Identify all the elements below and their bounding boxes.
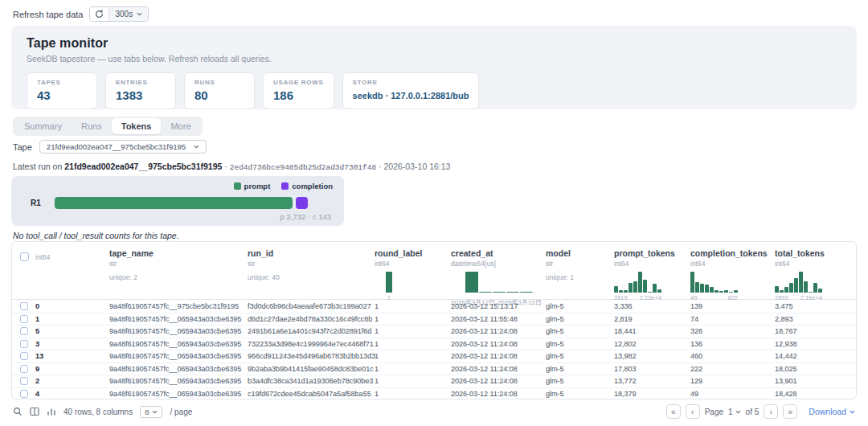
prompt-token-bar[interactable] [55,197,293,209]
next-page-button[interactable]: › [764,404,778,419]
cell-round-label: 1 [375,315,451,323]
last-page-button[interactable]: » [783,404,797,419]
column-unique-count: unique: 40 [248,273,375,281]
cell-created-at: 2026-03-12 11:24:08 [451,390,546,398]
search-button[interactable] [13,407,23,416]
cell-created-at: 2026-03-12 11:24:08 [451,340,546,348]
table-row: 59a48f619057457fc__065943a03cbe63952491b… [12,325,856,338]
table-row: 19a48f619057457fc__065943a03cbe6395d6d1c… [12,313,856,326]
table-footer: 40 rows, 8 columns 8 / page « ‹ Page 1 o… [0,401,868,422]
column-header-tape_name: tape_namestrunique: 2 [109,248,248,307]
completion-token-bar[interactable] [296,197,308,209]
column-header-select: int64 [20,248,109,307]
cell-prompt-tokens: 2,819 [614,315,690,323]
page-select[interactable]: 1 [728,408,741,416]
tape-select[interactable]: 21fd9ead002ea047__975cbe5bc31f9195 [39,140,207,154]
cell-index: 9 [35,365,39,373]
stat-label: ENTRIES [116,79,166,86]
histogram-min-label: 2819 [614,294,628,301]
histogram-bar [493,292,506,293]
columns-panel-button[interactable] [30,407,39,416]
histogram-bar [780,290,784,293]
histogram-bar [648,292,652,293]
column-histogram: 49822 [690,272,738,301]
stat-value: 1383 [116,88,166,102]
download-button[interactable]: Download [809,407,855,416]
histogram-axis: 49822 [690,294,738,301]
histogram-axis: 28932.16e+4 [775,294,822,301]
column-name: round_label [375,248,451,258]
cell-total-tokens: 18,428 [775,390,848,398]
histogram-bar [695,282,699,293]
page-size-select[interactable]: 8 [140,406,162,418]
row-checkbox[interactable] [20,390,28,398]
refresh-button[interactable] [90,7,109,21]
cell-prompt-tokens: 13,772 [614,377,690,385]
page-label: Page [705,408,723,416]
row-checkbox[interactable] [20,302,28,310]
cell-prompt-tokens: 17,803 [614,365,690,373]
column-type: datetime64[us] [451,260,546,268]
page-of-label: of 5 [746,408,760,416]
prev-page-button[interactable]: ‹ [686,404,700,419]
latest-run-timestamp: 2026-03-10 16:13 [384,162,451,171]
run-bar-caption: p 2,732 · c 143 [280,212,331,221]
stat-card-store: STOREseekdb · 127.0.0.1:2881/bub [342,72,480,109]
chart-view-button[interactable] [47,407,56,416]
histogram-min-label: 2893 [775,294,788,301]
histogram-bar [705,285,709,293]
tab-runs[interactable]: Runs [72,118,112,134]
column-header-run_id: run_idstrunique: 40 [248,248,375,307]
cell-prompt-tokens: 13,982 [614,352,690,360]
row-select-cell: 4 [20,390,109,398]
bar-chart-icon [47,407,56,416]
histogram-bar [479,292,492,293]
column-header-completion_tokens: completion_tokensint6449822 [690,248,775,307]
table-row: 09a48f619057457fc__975cbe5bc31f9195f3d0d… [12,300,856,313]
runs-table: int64tape_namestrunique: 2run_idstruniqu… [11,241,857,399]
row-checkbox[interactable] [20,327,28,335]
pagination: « ‹ Page 1 of 5 › » Download [666,404,855,419]
cell-run-id: c19fd672cdee45dcab5047a5af58ba55 [248,390,375,398]
completion-swatch-icon [281,182,289,190]
page-title: Tape monitor [27,36,841,51]
first-page-button[interactable]: « [666,404,681,419]
cell-index: 1 [35,315,39,323]
row-checkbox[interactable] [20,365,28,373]
chart-legend: promptcompletion [234,182,333,190]
cell-round-label: 1 [375,302,451,310]
refresh-interval-select[interactable]: 300s [109,7,148,21]
histogram-bar [520,292,533,293]
histogram-bars [386,272,392,293]
column-name: tape_name [109,248,248,258]
histogram-bar [799,272,803,293]
cell-completion-tokens: 49 [690,390,775,398]
histogram-bar [619,290,623,293]
row-select-cell: 5 [20,327,109,335]
chevron-down-icon [850,410,855,414]
tab-tokens[interactable]: Tokens [112,118,162,134]
run-row-label: R1 [31,199,55,207]
cell-prompt-tokens: 12,802 [614,340,690,348]
row-checkbox[interactable] [20,377,28,385]
histogram-max-label: 2.13e+4 [640,294,661,301]
select-all-checkbox[interactable] [20,252,29,261]
cell-model: glm-5 [546,377,614,385]
column-type: str [248,260,375,268]
cell-tape-name: 9a48f619057457fc__065943a03cbe6395 [109,352,248,360]
tab-summary[interactable]: Summary [14,118,72,134]
cell-total-tokens: 2,893 [775,315,848,323]
histogram-bars [690,272,738,293]
column-name: model [546,248,614,258]
columns-icon [30,407,39,416]
tab-more[interactable]: More [161,118,200,134]
row-checkbox[interactable] [20,315,28,323]
cell-round-label: 1 [375,390,451,398]
histogram-bars [614,272,661,293]
histogram-bar [386,272,392,293]
cell-total-tokens: 18,025 [775,365,848,373]
row-checkbox[interactable] [20,340,28,348]
column-type: int64 [375,260,451,268]
row-checkbox[interactable] [20,352,28,360]
tape-selector-row: Tape 21fd9ead002ea047__975cbe5bc31f9195 [13,140,207,154]
